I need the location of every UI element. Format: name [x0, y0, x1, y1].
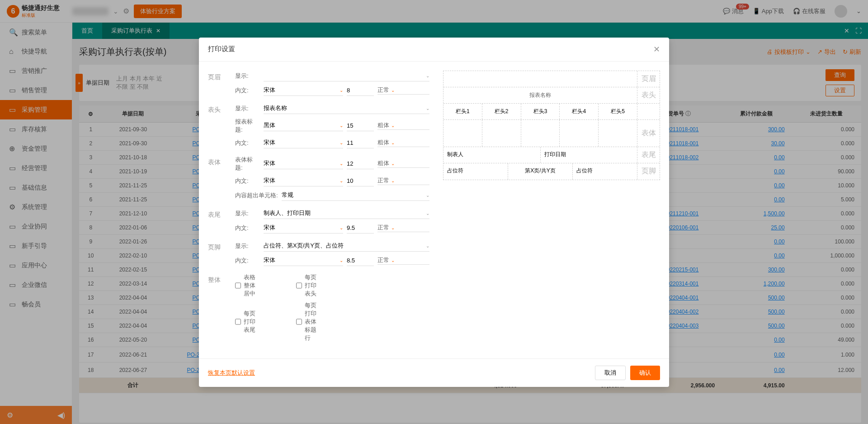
footer-font-select[interactable]: ⌄	[264, 255, 343, 266]
header-size-input[interactable]	[347, 85, 374, 96]
preview-report-name: 报表名称	[443, 87, 637, 103]
chevron-down-icon: ⌄	[426, 73, 429, 78]
header-font-select[interactable]: ⌄	[264, 85, 343, 96]
chevron-down-icon: ⌄	[340, 258, 343, 263]
preview-col: 栏头3	[521, 104, 560, 119]
chevron-down-icon: ⌄	[426, 193, 429, 198]
chevron-down-icon: ⌄	[340, 178, 343, 183]
chevron-down-icon: ⌄	[426, 211, 429, 216]
preview-body-label: 表体	[637, 120, 660, 147]
modal-footer: 恢复本页默认设置 取消 确认	[199, 358, 669, 387]
body-weight-select[interactable]: 正常⌄	[377, 176, 429, 185]
header-show-select[interactable]: ⌄	[264, 71, 429, 81]
tail-weight-select[interactable]: 正常⌄	[377, 224, 429, 232]
chevron-down-icon: ⌄	[391, 161, 395, 166]
chevron-down-icon: ⌄	[391, 258, 395, 263]
preview-tail-label: 表尾	[637, 147, 660, 163]
section-header: 页眉	[208, 71, 226, 100]
overflow-select[interactable]: ⌄	[282, 190, 429, 201]
footer-size-input[interactable]	[347, 255, 374, 266]
preview-ph1: 占位符	[443, 163, 508, 180]
footer-show-select[interactable]: ⌄	[264, 241, 429, 252]
section-tail: 表尾	[208, 208, 226, 237]
section-footer: 页脚	[208, 241, 226, 270]
body-title-size-input[interactable]	[347, 158, 374, 169]
head-font-select[interactable]: ⌄	[264, 138, 343, 148]
tail-size-input[interactable]	[347, 223, 374, 233]
preview-head-label: 表头	[637, 87, 660, 103]
chevron-down-icon: ⌄	[391, 123, 395, 128]
chevron-down-icon: ⌄	[426, 106, 429, 111]
modal-title: 打印设置	[208, 45, 235, 53]
tail-font-select[interactable]: ⌄	[264, 223, 343, 233]
chevron-down-icon: ⌄	[426, 243, 429, 248]
head-title-font-select[interactable]: ⌄	[264, 120, 343, 131]
check-center[interactable]: 表格整体居中	[235, 273, 260, 298]
head-show-select[interactable]: ⌄	[264, 103, 429, 114]
body-size-input[interactable]	[347, 176, 374, 186]
check-tail-each[interactable]: 每页打印表尾	[235, 310, 260, 334]
section-overall: 整体	[208, 273, 226, 346]
head-title-weight-select[interactable]: 粗体⌄	[377, 121, 429, 130]
check-body-title-each[interactable]: 每页打印表体标题行	[296, 301, 321, 342]
chevron-down-icon: ⌄	[340, 88, 343, 93]
preview-footer-label: 页脚	[637, 163, 660, 180]
section-head: 表头	[208, 103, 226, 152]
modal-header: 打印设置 ✕	[199, 38, 669, 62]
preview-col: 栏头4	[560, 104, 599, 119]
chevron-down-icon: ⌄	[391, 88, 395, 93]
chevron-down-icon: ⌄	[391, 178, 395, 183]
preview-col: 栏头5	[599, 104, 637, 119]
chevron-down-icon: ⌄	[340, 123, 343, 128]
preview-print-date: 打印日期	[541, 147, 637, 163]
preview-col: 栏头1	[443, 104, 482, 119]
preview-page: 第X页/共Y页	[508, 163, 573, 180]
header-weight-select[interactable]: 正常⌄	[377, 86, 429, 95]
body-title-font-select[interactable]: ⌄	[264, 158, 343, 169]
body-title-weight-select[interactable]: 粗体⌄	[377, 159, 429, 168]
chevron-down-icon: ⌄	[340, 225, 343, 230]
close-icon[interactable]: ✕	[653, 44, 660, 54]
tail-show-select[interactable]: ⌄	[264, 208, 429, 219]
chevron-down-icon: ⌄	[340, 161, 343, 166]
section-body: 表体	[208, 156, 226, 205]
footer-weight-select[interactable]: 正常⌄	[377, 256, 429, 265]
head-title-size-input[interactable]	[347, 120, 374, 131]
body-font-select[interactable]: ⌄	[264, 176, 343, 186]
preview-panel: 页眉 报表名称 表头 栏头1栏头2栏头3栏头4栏头5 表体	[443, 71, 660, 349]
print-settings-modal: 打印设置 ✕ 页眉 显示: ⌄ 内文: ⌄ 正常⌄	[199, 38, 669, 387]
settings-panel: 页眉 显示: ⌄ 内文: ⌄ 正常⌄ 表头	[208, 71, 429, 349]
preview-header-label: 页眉	[637, 71, 660, 87]
preview-ph2: 占位符	[573, 163, 637, 180]
cancel-button[interactable]: 取消	[595, 366, 626, 380]
preview-col: 栏头2	[482, 104, 521, 119]
chevron-down-icon: ⌄	[340, 140, 343, 145]
check-head-each[interactable]: 每页打印表头	[296, 273, 321, 298]
confirm-button[interactable]: 确认	[630, 366, 660, 380]
preview-maker: 制表人	[443, 147, 541, 163]
head-weight-select[interactable]: 粗体⌄	[377, 138, 429, 147]
chevron-down-icon: ⌄	[391, 225, 395, 230]
chevron-down-icon: ⌄	[391, 140, 395, 145]
reset-link[interactable]: 恢复本页默认设置	[208, 369, 255, 377]
head-size-input[interactable]	[347, 138, 374, 148]
